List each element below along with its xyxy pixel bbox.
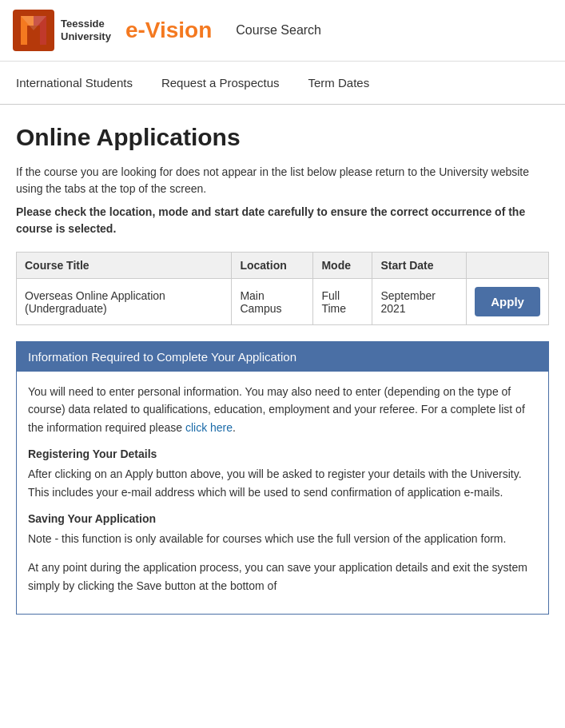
apply-button[interactable]: Apply xyxy=(475,287,540,316)
start-date-cell: September 2021 xyxy=(372,279,467,325)
col-header-action xyxy=(467,253,549,279)
saving-application-text: At any point during the application proc… xyxy=(28,559,537,595)
location-cell: Main Campus xyxy=(232,279,313,325)
intro-text: If the course you are looking for does n… xyxy=(16,164,549,197)
info-box: Information Required to Complete Your Ap… xyxy=(16,341,549,615)
registering-details-text: After clicking on an Apply button above,… xyxy=(28,465,537,501)
col-header-start-date: Start Date xyxy=(372,253,467,279)
teesside-logo-icon xyxy=(13,10,54,51)
university-name: Teesside University xyxy=(61,18,111,42)
nav-international-students[interactable]: International Students xyxy=(16,76,133,90)
info-box-header: Information Required to Complete Your Ap… xyxy=(17,342,548,372)
table-row: Overseas Online Application (Undergradua… xyxy=(17,279,549,325)
main-nav: International Students Request a Prospec… xyxy=(0,62,565,105)
info-box-body: You will need to enter personal informat… xyxy=(17,372,548,614)
course-title-cell: Overseas Online Application (Undergradua… xyxy=(17,279,232,325)
evision-label: e-Vision xyxy=(125,18,212,43)
page-title: Online Applications xyxy=(16,124,549,151)
header: Teesside University e-Vision Course Sear… xyxy=(0,0,565,62)
main-content: Online Applications If the course you ar… xyxy=(0,105,565,634)
col-header-mode: Mode xyxy=(313,253,372,279)
warning-text: Please check the location, mode and star… xyxy=(16,204,549,237)
mode-cell: Full Time xyxy=(313,279,372,325)
saving-application-title: Saving Your Application xyxy=(28,512,537,525)
col-header-course-title: Course Title xyxy=(17,253,232,279)
registering-details-title: Registering Your Details xyxy=(28,448,537,460)
course-table: Course Title Location Mode Start Date Ov… xyxy=(16,252,549,325)
col-header-location: Location xyxy=(232,253,313,279)
nav-request-prospectus[interactable]: Request a Prospectus xyxy=(161,76,280,90)
nav-term-dates[interactable]: Term Dates xyxy=(308,76,370,90)
course-search-link[interactable]: Course Search xyxy=(236,23,321,38)
saving-application-note: Note - this function is only available f… xyxy=(28,530,537,547)
click-here-link[interactable]: click here xyxy=(185,421,233,434)
info-intro-paragraph: You will need to enter personal informat… xyxy=(28,383,537,436)
apply-cell: Apply xyxy=(467,279,549,325)
logo-area: Teesside University xyxy=(13,10,111,51)
